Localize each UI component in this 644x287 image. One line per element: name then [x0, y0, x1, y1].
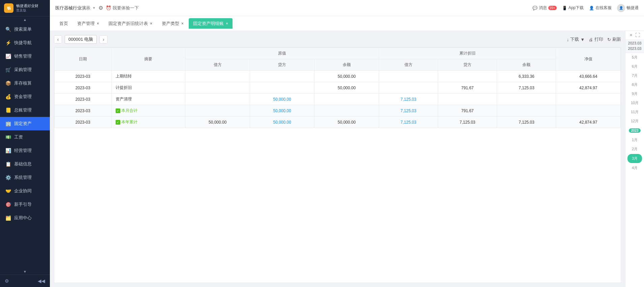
sidebar-item-label: 固定资产 — [14, 121, 32, 127]
cell-dep-credit — [438, 71, 497, 82]
purchase-icon: 🛒 — [5, 66, 11, 73]
col-date: 日期 — [55, 48, 112, 71]
tab-label: 固定资产折旧统计表 — [109, 21, 148, 27]
sidebar-settings-icon[interactable]: ⚙ — [5, 278, 9, 284]
print-label: 打印 — [594, 36, 603, 42]
sidebar-item-operations[interactable]: 📊 经营管理 — [0, 144, 50, 157]
sidebar-item-label: 工资 — [14, 134, 23, 140]
sidebar-item-payroll[interactable]: 💵 工资 — [0, 130, 50, 144]
sidebar-item-guide[interactable]: 🎯 新手引导 — [0, 198, 50, 211]
cell-dep-debit — [379, 82, 438, 94]
header-right: 💬 消息 99+ 📱 App下载 👤 在线客服 👤 畅捷通 — [532, 4, 639, 12]
timeline-month-item[interactable]: 5月 — [625, 53, 644, 62]
print-button[interactable]: 🖨 打印 — [589, 36, 603, 42]
sidebar-item-system[interactable]: ⚙️ 系统管理 — [0, 171, 50, 184]
timeline-month-item[interactable]: 6月 — [625, 62, 644, 71]
tab-asset-mgmt[interactable]: 资产管理 × — [73, 18, 103, 29]
system-icon: ⚙️ — [5, 174, 11, 181]
cell-orig-debit — [185, 82, 250, 94]
download-button[interactable]: ↓ 下载 ▼ — [567, 36, 585, 42]
cell-net-value: 42,874.97 — [556, 117, 621, 128]
tab-close-icon[interactable]: × — [226, 21, 228, 26]
sidebar-item-funds[interactable]: 💰 资金管理 — [0, 90, 50, 103]
tab-asset-detail[interactable]: 固定资产明细账 × — [189, 18, 233, 29]
logo-sub: 普及版 — [16, 8, 38, 13]
message-icon: 💬 — [532, 6, 538, 10]
timeline-items: 5月6月7月8月9月10月11月12月20231月2月3月4月 — [625, 53, 644, 287]
ledger-icon: 📒 — [5, 107, 11, 114]
sidebar-item-purchase[interactable]: 🛒 采购管理 — [0, 63, 50, 76]
next-arrow-button[interactable]: › — [99, 35, 108, 43]
tab-depreciation-stat[interactable]: 固定资产折旧统计表 × — [104, 18, 157, 29]
prev-arrow-button[interactable]: ‹ — [54, 35, 62, 43]
scroll-up[interactable]: ▲ — [0, 17, 50, 23]
sidebar-item-app-center[interactable]: 🗂️ 应用中心 — [0, 211, 50, 225]
asset-code-text: 000001 电脑 — [68, 37, 93, 42]
tab-close-icon[interactable]: × — [97, 21, 99, 26]
scroll-down[interactable]: ▼ — [0, 268, 50, 275]
cell-dep-credit: 791.67 — [438, 105, 497, 117]
download-arrow-icon: ▼ — [580, 37, 585, 42]
cell-dep-balance: 7,125.03 — [497, 117, 556, 128]
tab-close-icon[interactable]: × — [181, 21, 184, 26]
sidebar-item-sales[interactable]: 📈 销售管理 — [0, 50, 50, 63]
sidebar-item-inventory[interactable]: 📦 库存核算 — [0, 76, 50, 90]
sidebar-item-fixed-assets[interactable]: 🏢 固定资产 — [0, 117, 50, 130]
cell-orig-credit: 50,000.00 — [250, 105, 314, 117]
timeline-month-item[interactable]: 2月 — [625, 145, 644, 154]
header-settings-icon[interactable]: ⚙ — [98, 5, 103, 11]
cell-net-value: 42,874.97 — [556, 82, 621, 94]
user-action[interactable]: 👤 畅捷通 — [617, 4, 639, 12]
sidebar-item-label: 销售管理 — [14, 53, 32, 59]
experience-button[interactable]: ⏰ 我要体验一下 — [106, 5, 139, 11]
timeline-month-item[interactable]: 4月 — [625, 163, 644, 172]
tab-label: 固定资产明细账 — [193, 21, 224, 27]
timeline-month-item[interactable]: 8月 — [625, 80, 644, 89]
sidebar-nav: 🔍 搜索菜单 ⚡ 快捷导航 📈 销售管理 🛒 采购管理 📦 库存核算 💰 资金管… — [0, 23, 50, 268]
sidebar-item-quick-nav[interactable]: ⚡ 快捷导航 — [0, 36, 50, 50]
refresh-label: 刷新 — [612, 36, 621, 42]
cell-summary: ✓本月合计 — [111, 105, 185, 117]
message-label: 消息 — [539, 5, 547, 11]
header-left: 医疗器械行业演示 ▼ ⚙ ⏰ 我要体验一下 — [55, 5, 139, 11]
cell-orig-debit: 50,000.00 — [185, 117, 250, 128]
sidebar-item-search[interactable]: 🔍 搜索菜单 — [0, 23, 50, 36]
app-download-action[interactable]: 📱 App下载 — [562, 5, 584, 11]
timeline-top-actions: × ⛶ — [628, 31, 641, 39]
tab-home[interactable]: 首页 — [55, 19, 72, 29]
customer-service-action[interactable]: 👤 在线客服 — [589, 5, 612, 11]
timeline-month-item[interactable]: 7月 — [625, 71, 644, 80]
timeline-month-item[interactable]: 10月 — [625, 98, 644, 107]
sidebar-item-enterprise[interactable]: 🤝 企业协同 — [0, 184, 50, 198]
cell-dep-credit: 791.67 — [438, 82, 497, 94]
close-panel-icon[interactable]: × — [630, 32, 632, 38]
col-orig-credit: 贷方 — [250, 59, 314, 71]
message-action[interactable]: 💬 消息 99+ — [532, 5, 557, 11]
sidebar-item-label: 企业协同 — [14, 188, 32, 194]
col-orig-debit: 借方 — [185, 59, 250, 71]
cell-dep-credit — [438, 94, 497, 105]
tab-label: 资产管理 — [77, 21, 95, 27]
tab-asset-type[interactable]: 资产类型 × — [157, 18, 188, 29]
app-icon: 📱 — [562, 6, 567, 10]
expand-panel-icon[interactable]: ⛶ — [635, 32, 640, 38]
col-dep-debit: 借方 — [379, 59, 438, 71]
content: ‹ 000001 电脑 › ↓ 下载 ▼ � — [50, 31, 644, 287]
company-selector[interactable]: 医疗器械行业演示 ▼ — [55, 5, 96, 11]
cell-summary: ✓本年累计 — [111, 117, 185, 128]
timeline-month-item[interactable]: 11月 — [625, 107, 644, 117]
cell-orig-balance — [314, 94, 379, 105]
cell-orig-balance: 50,000.00 — [314, 117, 379, 128]
timeline-month-item[interactable]: 3月 — [627, 154, 642, 163]
sidebar-item-ledger[interactable]: 📒 总账管理 — [0, 103, 50, 117]
cell-orig-credit: 50,000.00 — [250, 94, 314, 105]
sidebar-item-basic-info[interactable]: 📋 基础信息 — [0, 157, 50, 171]
timeline-year-badge[interactable]: 2023 — [625, 126, 644, 135]
tab-close-icon[interactable]: × — [150, 21, 152, 26]
timeline-month-item[interactable]: 9月 — [625, 89, 644, 98]
timeline-month-item[interactable]: 1月 — [625, 135, 644, 145]
sidebar-collapse-icon[interactable]: ◀◀ — [38, 278, 45, 284]
toolbar-right: ↓ 下载 ▼ 🖨 打印 ↻ 刷新 — [567, 36, 621, 42]
timeline-month-item[interactable]: 12月 — [625, 117, 644, 126]
refresh-button[interactable]: ↻ 刷新 — [607, 36, 621, 42]
